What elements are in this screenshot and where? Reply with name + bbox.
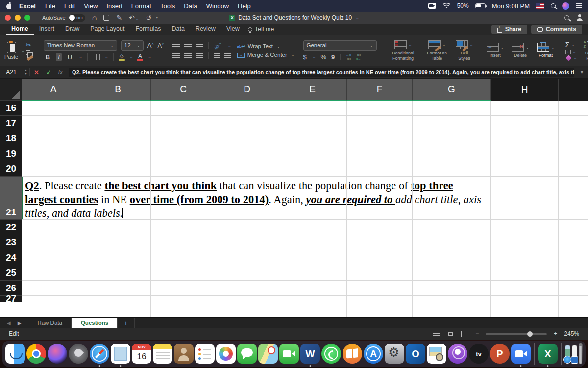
align-right-icon[interactable] — [196, 53, 203, 58]
notification-center-icon[interactable] — [576, 3, 582, 8]
name-box-stepper[interactable]: ▲▼ — [23, 68, 30, 76]
borders-chevron-icon[interactable]: ⌄ — [105, 55, 108, 59]
dock-podcasts-icon[interactable] — [448, 344, 467, 364]
zoom-window-button[interactable] — [24, 15, 30, 21]
ribbon-tab-page-layout[interactable]: Page Layout — [85, 24, 130, 35]
profile-icon[interactable] — [576, 14, 583, 21]
sort-filter-button[interactable]: ⌄Sort & Filter — [581, 40, 588, 61]
expand-formula-bar-icon[interactable]: ▼ — [576, 70, 588, 75]
row-header-24[interactable]: 24 — [0, 250, 22, 265]
toolbar-options-icon[interactable]: ▾ — [156, 16, 158, 20]
dock-recent-window-2[interactable] — [572, 345, 577, 363]
dock-outlook-icon[interactable]: O — [406, 344, 425, 364]
align-center-icon[interactable] — [184, 53, 192, 58]
fill-color-button[interactable]: ◇ — [119, 53, 125, 61]
menu-edit[interactable]: Edit — [60, 2, 79, 10]
formula-input[interactable]: Q2. Please create the best chart you thi… — [69, 68, 574, 77]
edit-pencil-icon[interactable]: ✎ — [116, 14, 122, 21]
dock-contacts-icon[interactable] — [174, 344, 194, 364]
increase-decimal-icon[interactable]: ←0.00 — [346, 53, 351, 61]
decrease-indent-icon[interactable] — [214, 53, 220, 58]
font-size-select[interactable]: 12⌄ — [121, 40, 144, 51]
minimize-window-button[interactable] — [15, 15, 21, 21]
merge-center-button[interactable]: ↔Merge & Center⌄ — [237, 52, 294, 58]
menu-file[interactable]: File — [41, 2, 60, 10]
clear-button[interactable]: ⌄ — [565, 55, 577, 61]
search-icon[interactable] — [551, 3, 556, 8]
insert-function-button[interactable]: fx — [54, 69, 67, 76]
dock-maps-icon[interactable] — [258, 344, 278, 364]
prev-sheet-icon[interactable]: ◀ — [7, 320, 11, 326]
zoom-slider[interactable] — [486, 333, 547, 335]
dock-whatsapp-icon[interactable] — [321, 344, 341, 364]
redo-icon[interactable]: ↺ — [146, 14, 152, 21]
cells-area[interactable]: Q2. Please create the best chart you thi… — [22, 101, 588, 317]
column-header-G[interactable]: G — [413, 79, 491, 101]
italic-button[interactable]: I — [56, 53, 62, 61]
conditional-formatting-button[interactable]: ⌄Conditional Formatting — [386, 40, 421, 61]
sheet-tab-questions[interactable]: Questions — [72, 318, 118, 328]
decrease-font-icon[interactable]: A˅ — [158, 42, 164, 49]
fill-color-chevron-icon[interactable]: ⌄ — [130, 55, 133, 59]
save-icon[interactable] — [103, 15, 109, 21]
ribbon-tab-insert[interactable]: Insert — [34, 24, 60, 35]
currency-chevron-icon[interactable]: ⌄ — [313, 55, 316, 59]
sheet-tab-raw-data[interactable]: Raw Data — [28, 318, 72, 328]
close-window-button[interactable] — [5, 15, 11, 21]
dock-chrome-icon[interactable] — [26, 344, 46, 364]
home-icon[interactable]: ⌂ — [92, 14, 97, 22]
active-cell-text[interactable]: Q2. Please create the best chart you thi… — [25, 179, 487, 220]
undo-icon[interactable]: ↶⌄ — [129, 14, 139, 21]
font-color-button[interactable]: A — [137, 53, 143, 61]
underline-chevron-icon[interactable]: ⌄ — [79, 55, 82, 59]
column-header-H[interactable]: H — [491, 79, 559, 101]
ribbon-tab-view[interactable]: View — [221, 24, 245, 35]
menu-data[interactable]: Data — [179, 2, 201, 10]
format-as-table-button[interactable]: ⌄Format as Table — [424, 40, 450, 61]
siri-icon[interactable] — [562, 2, 569, 10]
autosum-button[interactable]: Σ⌄ — [565, 41, 577, 49]
menu-tools[interactable]: Tools — [156, 2, 179, 10]
borders-icon[interactable] — [93, 54, 100, 60]
dock-reminders-icon[interactable] — [195, 344, 215, 364]
dock-notes-icon[interactable] — [153, 344, 172, 364]
dock-word-icon[interactable]: W — [300, 344, 320, 364]
zoom-slider-knob[interactable] — [527, 331, 533, 337]
dock-trash-icon[interactable] — [579, 343, 583, 364]
dock-apple-tv-icon[interactable]: tv — [469, 344, 489, 364]
menu-insert[interactable]: Insert — [102, 2, 127, 10]
page-break-view-icon[interactable] — [461, 331, 468, 337]
decrease-decimal-icon[interactable]: .000→ — [356, 53, 361, 61]
titlebar-search-icon[interactable] — [564, 15, 569, 20]
align-left-icon[interactable] — [172, 53, 180, 58]
app-menu-excel[interactable]: Excel — [14, 2, 41, 10]
tell-me-button[interactable]: Tell me — [248, 26, 274, 33]
menu-view[interactable]: View — [79, 2, 102, 10]
dock-safari-icon[interactable] — [90, 344, 109, 364]
row-header-19[interactable]: 19 — [0, 146, 22, 161]
ribbon-tab-formulas[interactable]: Formulas — [130, 24, 166, 35]
currency-button[interactable]: $ — [303, 53, 307, 61]
dock-siri-icon[interactable] — [48, 344, 67, 364]
ribbon-tab-data[interactable]: Data — [166, 24, 190, 35]
ribbon-tab-review[interactable]: Review — [190, 24, 221, 35]
menu-help[interactable]: Help — [233, 2, 255, 10]
align-middle-icon[interactable] — [184, 44, 192, 48]
video-camera-icon[interactable] — [428, 3, 436, 9]
orientation-icon[interactable]: ab↗ — [213, 41, 223, 51]
dock-excel-icon[interactable]: X — [538, 344, 558, 364]
apple-menu-icon[interactable] — [6, 2, 12, 10]
page-layout-view-icon[interactable] — [447, 331, 454, 337]
underline-button[interactable]: U — [66, 53, 74, 61]
dock-books-icon[interactable] — [343, 344, 362, 364]
zoom-out-button[interactable]: − — [475, 330, 479, 337]
dock-preview-icon[interactable] — [427, 344, 446, 364]
bold-button[interactable]: B — [44, 53, 52, 61]
comments-button[interactable]: Comments — [531, 25, 582, 34]
row-header-20[interactable]: 20 — [0, 161, 22, 177]
confirm-entry-button[interactable]: ✓ — [43, 69, 54, 76]
select-all-corner[interactable] — [0, 79, 22, 101]
column-header-D[interactable]: D — [216, 79, 278, 101]
normal-view-icon[interactable] — [433, 331, 440, 337]
dock-finder-icon[interactable] — [5, 344, 25, 364]
